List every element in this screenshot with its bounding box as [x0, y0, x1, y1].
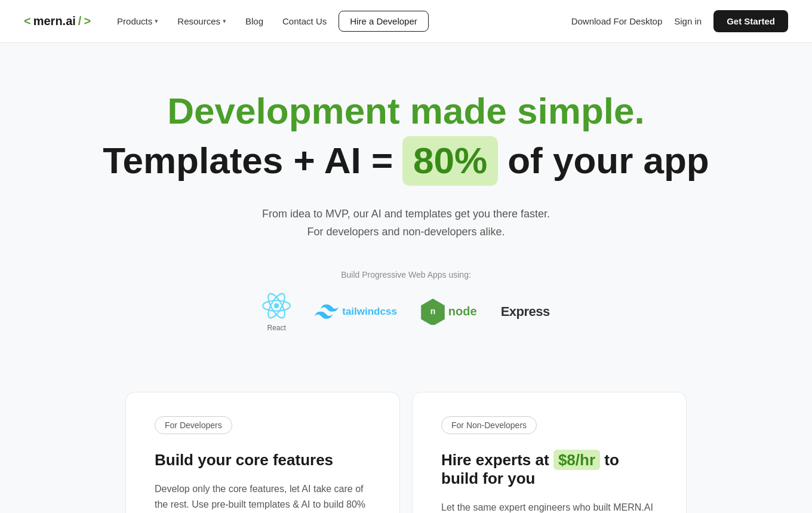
hero-title-prefix: Templates + AI = [103, 139, 393, 183]
logo-lt: < [24, 14, 31, 28]
logo-text: mern.ai [33, 14, 76, 28]
cards-section: For Developers Build your core features … [0, 368, 812, 513]
get-started-nav-button[interactable]: Get Started [713, 10, 788, 32]
blog-label: Blog [245, 16, 263, 26]
blog-nav-item[interactable]: Blog [238, 11, 270, 31]
tech-logos: React tailwindcss n [262, 291, 550, 332]
tailwind-icon [315, 303, 339, 320]
svg-point-0 [274, 303, 279, 308]
hire-title-prefix: Hire experts at [441, 451, 549, 469]
developers-card-desc: Develop only the core features, let AI t… [155, 481, 371, 513]
logo-gt: > [84, 14, 91, 28]
resources-nav-item[interactable]: Resources ▾ [170, 11, 233, 31]
resources-label: Resources [177, 16, 220, 26]
hero-percent-badge: 80% [402, 136, 498, 185]
react-name: React [267, 324, 286, 332]
signin-button[interactable]: Sign in [674, 16, 702, 26]
products-chevron-icon: ▾ [155, 17, 158, 25]
hero-title-green: Development made simple. [167, 91, 644, 131]
logo[interactable]: <mern.ai/> [24, 14, 91, 28]
navbar: <mern.ai/> Products ▾ Resources ▾ Blog C… [0, 0, 812, 43]
express-logo: Express [501, 304, 550, 320]
products-nav-item[interactable]: Products ▾ [110, 11, 165, 31]
hero-subtitle: From idea to MVP, our AI and templates g… [262, 205, 550, 241]
nodejs-icon: n [421, 299, 445, 325]
products-label: Products [117, 16, 152, 26]
non-developers-card: For Non-Developers Hire experts at $8/hr… [412, 392, 687, 513]
tech-stack: Build Progressive Web Apps using: React [262, 270, 550, 332]
hero-section: Development made simple. Templates + AI … [0, 43, 812, 368]
tech-label: Build Progressive Web Apps using: [341, 270, 471, 279]
hero-subtitle-line1: From idea to MVP, our AI and templates g… [262, 208, 550, 220]
svg-text:n: n [430, 306, 436, 315]
hero-title-suffix: of your app [508, 139, 709, 183]
nav-right: Download For Desktop Sign in Get Started [571, 10, 788, 32]
non-developers-badge: For Non-Developers [441, 416, 537, 434]
developers-badge: For Developers [155, 416, 232, 434]
hero-title-dark: Templates + AI = 80% of your app [103, 136, 709, 185]
non-developers-card-desc: Let the same expert engineers who built … [441, 500, 657, 513]
react-logo: React [262, 291, 291, 332]
non-developers-card-title: Hire experts at $8/hr to build for you [441, 451, 657, 488]
hire-developer-button[interactable]: Hire a Developer [339, 11, 429, 32]
resources-chevron-icon: ▾ [223, 17, 226, 25]
developers-card-title: Build your core features [155, 451, 371, 469]
hero-subtitle-line2: For developers and non-developers alike. [307, 226, 505, 238]
react-icon [262, 291, 291, 320]
download-desktop-button[interactable]: Download For Desktop [571, 16, 663, 26]
contact-nav-item[interactable]: Contact Us [275, 11, 334, 31]
hire-price-highlight: $8/hr [553, 450, 600, 470]
tailwind-logo: tailwindcss [315, 303, 397, 320]
nav-left: <mern.ai/> Products ▾ Resources ▾ Blog C… [24, 11, 429, 32]
developers-card: For Developers Build your core features … [125, 392, 400, 513]
nav-links: Products ▾ Resources ▾ Blog Contact Us H… [110, 11, 429, 32]
contact-label: Contact Us [282, 16, 327, 26]
logo-slash: / [78, 14, 82, 28]
nodejs-logo: n node [421, 299, 477, 325]
